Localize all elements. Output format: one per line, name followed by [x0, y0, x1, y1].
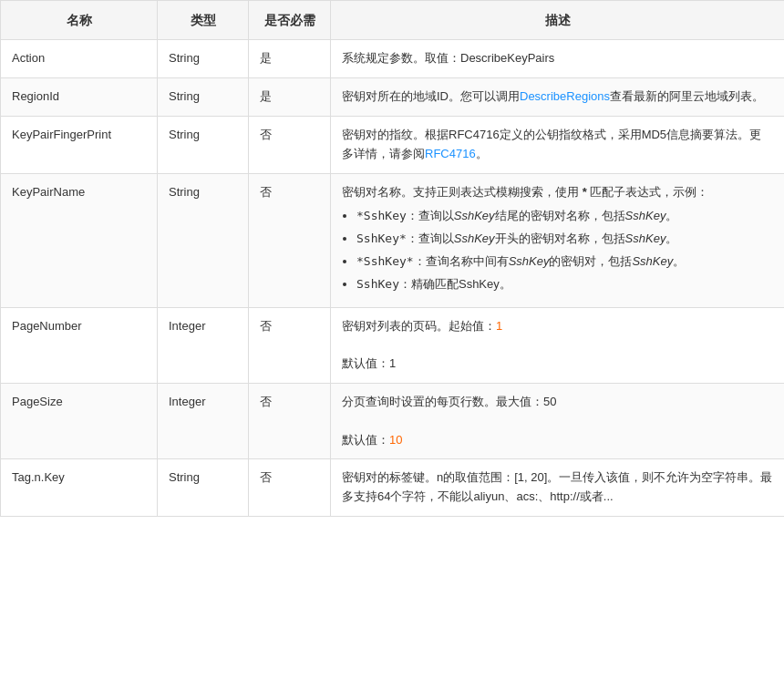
param-name: RegionId — [1, 78, 158, 117]
param-type: Integer — [158, 307, 249, 383]
param-type: String — [158, 40, 249, 78]
param-desc: 密钥对所在的地域ID。您可以调用DescribeRegions查看最新的阿里云地… — [331, 78, 785, 117]
table-row: KeyPairNameString否密钥对名称。支持正则表达式模糊搜索，使用 *… — [1, 173, 785, 307]
param-required: 否 — [249, 383, 331, 458]
param-desc: 系统规定参数。取值：DescribeKeyPairs — [331, 40, 785, 78]
param-type: String — [158, 173, 249, 307]
param-type: String — [158, 116, 249, 173]
table-row: RegionIdString是密钥对所在的地域ID。您可以调用DescribeR… — [1, 78, 785, 117]
param-required: 是 — [249, 78, 331, 117]
param-desc: 密钥对的指纹。根据RFC4716定义的公钥指纹格式，采用MD5信息摘要算法。更多… — [331, 116, 785, 173]
param-name: PageNumber — [1, 307, 158, 383]
header-name: 名称 — [1, 1, 158, 40]
param-required: 否 — [249, 116, 331, 173]
table-row: Tag.n.KeyString否密钥对的标签键。n的取值范围：[1, 20]。一… — [1, 459, 785, 517]
table-row: PageNumberInteger否密钥对列表的页码。起始值：1默认值：1 — [1, 307, 785, 383]
header-desc: 描述 — [331, 1, 785, 40]
param-type: Integer — [158, 383, 249, 458]
param-desc: 分页查询时设置的每页行数。最大值：50默认值：10 — [331, 383, 785, 458]
header-type: 类型 — [158, 1, 249, 40]
param-name: Tag.n.Key — [1, 459, 158, 517]
api-params-table: 名称 类型 是否必需 描述 ActionString是系统规定参数。取值：Des… — [0, 0, 784, 517]
param-name: KeyPairName — [1, 173, 158, 307]
param-required: 否 — [249, 459, 331, 517]
param-required: 否 — [249, 307, 331, 383]
param-desc: 密钥对名称。支持正则表达式模糊搜索，使用 * 匹配子表达式，示例：*SshKey… — [331, 173, 785, 307]
param-name: PageSize — [1, 383, 158, 458]
table-row: ActionString是系统规定参数。取值：DescribeKeyPairs — [1, 40, 785, 78]
table-row: KeyPairFingerPrintString否密钥对的指纹。根据RFC471… — [1, 116, 785, 173]
param-required: 是 — [249, 40, 331, 78]
param-type: String — [158, 459, 249, 517]
table-row: PageSizeInteger否分页查询时设置的每页行数。最大值：50默认值：1… — [1, 383, 785, 458]
param-desc: 密钥对列表的页码。起始值：1默认值：1 — [331, 307, 785, 383]
header-required: 是否必需 — [249, 1, 331, 40]
param-type: String — [158, 78, 249, 117]
param-name: Action — [1, 40, 158, 78]
param-desc: 密钥对的标签键。n的取值范围：[1, 20]。一旦传入该值，则不允许为空字符串。… — [331, 459, 785, 517]
param-required: 否 — [249, 173, 331, 307]
param-name: KeyPairFingerPrint — [1, 116, 158, 173]
